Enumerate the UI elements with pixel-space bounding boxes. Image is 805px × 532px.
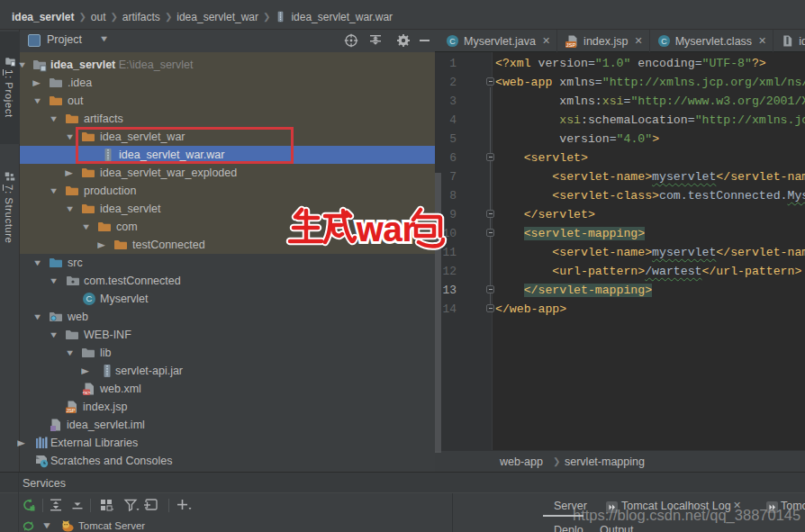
svg-text:C: C xyxy=(661,37,667,46)
svg-text:JSP: JSP xyxy=(566,41,576,47)
svg-text:C: C xyxy=(449,37,456,46)
svg-text:<ĸ>: <ĸ> xyxy=(82,390,90,395)
svg-text:JSP: JSP xyxy=(66,408,75,413)
svg-text:C: C xyxy=(86,293,93,303)
svg-text:war: war xyxy=(356,211,416,248)
